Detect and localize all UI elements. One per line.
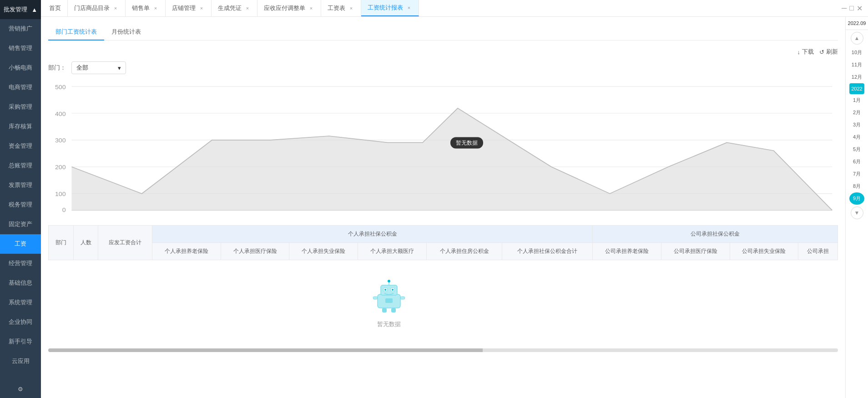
date-nav-down[interactable]: ▼ bbox=[851, 207, 863, 219]
svg-text:500: 500 bbox=[55, 84, 66, 91]
tab-工资统计报表[interactable]: 工资统计报表× bbox=[361, 0, 419, 16]
date-nav-up[interactable]: ▲ bbox=[851, 32, 863, 45]
date-month-2022[interactable]: 2022 bbox=[849, 83, 864, 94]
toolbar: ↓ 下载 ↺ 刷新 bbox=[48, 48, 838, 56]
empty-text: 暂无数据 bbox=[377, 320, 401, 328]
col-个人承担失业保险: 个人承担失业保险 bbox=[289, 243, 358, 260]
svg-point-18 bbox=[392, 289, 394, 291]
department-select[interactable]: 全部 ▾ bbox=[71, 61, 126, 74]
svg-marker-12 bbox=[71, 108, 832, 210]
svg-rect-21 bbox=[373, 297, 378, 299]
col-headcount: 人数 bbox=[73, 226, 98, 260]
sidebar-item-系统管理[interactable]: 系统管理 bbox=[0, 293, 41, 312]
col-group-company: 公司承担社保公积金 bbox=[593, 226, 838, 243]
tab-label: 门店商品目录 bbox=[74, 4, 110, 12]
date-month-6月[interactable]: 6月 bbox=[849, 156, 864, 168]
date-panel: 2022.09 ▲ 10月11月12月20221月2月3月4月5月6月7月8月9… bbox=[845, 17, 868, 398]
date-month-11月[interactable]: 11月 bbox=[849, 59, 864, 71]
tab-应收应付调整单[interactable]: 应收应付调整单× bbox=[257, 0, 321, 16]
tab-生成凭证[interactable]: 生成凭证× bbox=[212, 0, 257, 16]
sidebar-item-库存核算[interactable]: 库存核算 bbox=[0, 117, 41, 136]
sidebar-toggle-icon: ▲ bbox=[31, 6, 37, 13]
sidebar-settings-btn[interactable]: ⚙ bbox=[0, 380, 41, 398]
tab-店铺管理[interactable]: 店铺管理× bbox=[166, 0, 212, 16]
svg-text:400: 400 bbox=[55, 111, 66, 117]
sidebar-item-小畅电商[interactable]: 小畅电商 bbox=[0, 58, 41, 78]
svg-rect-24 bbox=[391, 308, 396, 312]
refresh-icon: ↺ bbox=[819, 49, 824, 55]
tab-首页[interactable]: 首页 bbox=[43, 0, 68, 16]
tab-close-icon[interactable]: × bbox=[348, 5, 354, 11]
col-个人承担社保公积金合计: 个人承担社保公积金合计 bbox=[502, 243, 593, 260]
date-month-4月[interactable]: 4月 bbox=[849, 131, 864, 143]
date-month-2月[interactable]: 2月 bbox=[849, 106, 864, 119]
svg-text:0: 0 bbox=[62, 207, 66, 213]
svg-point-20 bbox=[388, 280, 390, 282]
tab-close-icon[interactable]: × bbox=[152, 5, 159, 11]
sidebar-item-工资[interactable]: 工资 bbox=[0, 234, 41, 254]
sidebar-item-销售管理[interactable]: 销售管理 bbox=[0, 39, 41, 58]
download-button[interactable]: ↓ 下载 bbox=[797, 48, 814, 56]
tab-销售单[interactable]: 销售单× bbox=[126, 0, 166, 16]
sidebar-title: 批发管理 bbox=[4, 5, 27, 14]
sidebar-item-税务管理[interactable]: 税务管理 bbox=[0, 195, 41, 215]
tab-close-icon[interactable]: × bbox=[308, 5, 314, 11]
chart-svg: 500 400 300 200 100 0 bbox=[48, 81, 838, 218]
sidebar-item-营销推广[interactable]: 营销推广 bbox=[0, 19, 41, 39]
sidebar-item-云应用[interactable]: 云应用 bbox=[0, 352, 41, 371]
sidebar-item-企业协同[interactable]: 企业协同 bbox=[0, 312, 41, 332]
tab-门店商品目录[interactable]: 门店商品目录× bbox=[68, 0, 126, 16]
svg-rect-22 bbox=[400, 297, 405, 299]
download-label: 下载 bbox=[802, 48, 814, 56]
tab-工资表[interactable]: 工资表× bbox=[321, 0, 361, 16]
scroll-hint[interactable] bbox=[48, 348, 838, 352]
date-month-10月[interactable]: 10月 bbox=[849, 46, 864, 59]
tab-label: 工资表 bbox=[328, 4, 345, 12]
date-month-12月[interactable]: 12月 bbox=[849, 71, 864, 83]
sidebar-item-总账管理[interactable]: 总账管理 bbox=[0, 156, 41, 176]
tab-close-icon[interactable]: × bbox=[198, 5, 205, 11]
sidebar-header[interactable]: 批发管理 ▲ bbox=[0, 0, 41, 19]
sidebar-item-采购管理[interactable]: 采购管理 bbox=[0, 97, 41, 117]
empty-robot-icon bbox=[371, 278, 407, 315]
date-month-8月[interactable]: 8月 bbox=[849, 180, 864, 192]
col-公司承担失业保险: 公司承担失业保险 bbox=[730, 243, 798, 260]
chart-area: 500 400 300 200 100 0 暂 bbox=[48, 81, 838, 218]
refresh-label: 刷新 bbox=[826, 48, 838, 56]
window-restore-icon[interactable]: □ bbox=[849, 4, 854, 12]
filter-label: 部门： bbox=[48, 64, 66, 72]
sidebar-item-固定资产[interactable]: 固定资产 bbox=[0, 215, 41, 234]
window-minimize-icon[interactable]: ─ bbox=[842, 4, 847, 12]
date-month-1月[interactable]: 1月 bbox=[849, 94, 864, 106]
sidebar-item-经营管理[interactable]: 经营管理 bbox=[0, 254, 41, 273]
date-month-7月[interactable]: 7月 bbox=[849, 168, 864, 180]
sub-tab-部门工资统计表[interactable]: 部门工资统计表 bbox=[48, 24, 104, 40]
window-close-icon[interactable]: ✕ bbox=[857, 4, 863, 13]
col-公司承担医疗保险: 公司承担医疗保险 bbox=[661, 243, 730, 260]
sidebar-item-资金管理[interactable]: 资金管理 bbox=[0, 136, 41, 156]
tab-label: 店铺管理 bbox=[172, 4, 196, 12]
col-group-personal: 个人承担社保公积金 bbox=[152, 226, 593, 243]
col-个人承担养老保险: 个人承担养老保险 bbox=[152, 243, 221, 260]
tab-close-icon[interactable]: × bbox=[244, 5, 251, 11]
sidebar-item-基础信息[interactable]: 基础信息 bbox=[0, 273, 41, 293]
sidebar-item-新手引导[interactable]: 新手引导 bbox=[0, 332, 41, 352]
sub-tabs: 部门工资统计表月份统计表 bbox=[48, 24, 838, 40]
svg-rect-25 bbox=[385, 298, 393, 303]
refresh-button[interactable]: ↺ 刷新 bbox=[819, 48, 838, 56]
date-month-5月[interactable]: 5月 bbox=[849, 143, 864, 156]
col-公司承担: 公司承担 bbox=[798, 243, 838, 260]
tab-close-icon[interactable]: × bbox=[112, 5, 119, 11]
tab-close-icon[interactable]: × bbox=[406, 5, 412, 11]
svg-text:200: 200 bbox=[55, 164, 66, 171]
empty-state: 暂无数据 bbox=[49, 260, 730, 347]
department-select-value: 全部 bbox=[76, 64, 88, 72]
date-month-9月[interactable]: 9月 bbox=[849, 192, 864, 205]
svg-rect-14 bbox=[381, 285, 397, 295]
sidebar-item-电商管理[interactable]: 电商管理 bbox=[0, 78, 41, 97]
date-month-3月[interactable]: 3月 bbox=[849, 119, 864, 131]
sidebar-item-发票管理[interactable]: 发票管理 bbox=[0, 176, 41, 195]
col-个人承担大额医疗: 个人承担大额医疗 bbox=[358, 243, 427, 260]
sub-tab-月份统计表[interactable]: 月份统计表 bbox=[104, 24, 148, 40]
filter-row: 部门： 全部 ▾ bbox=[48, 61, 838, 74]
